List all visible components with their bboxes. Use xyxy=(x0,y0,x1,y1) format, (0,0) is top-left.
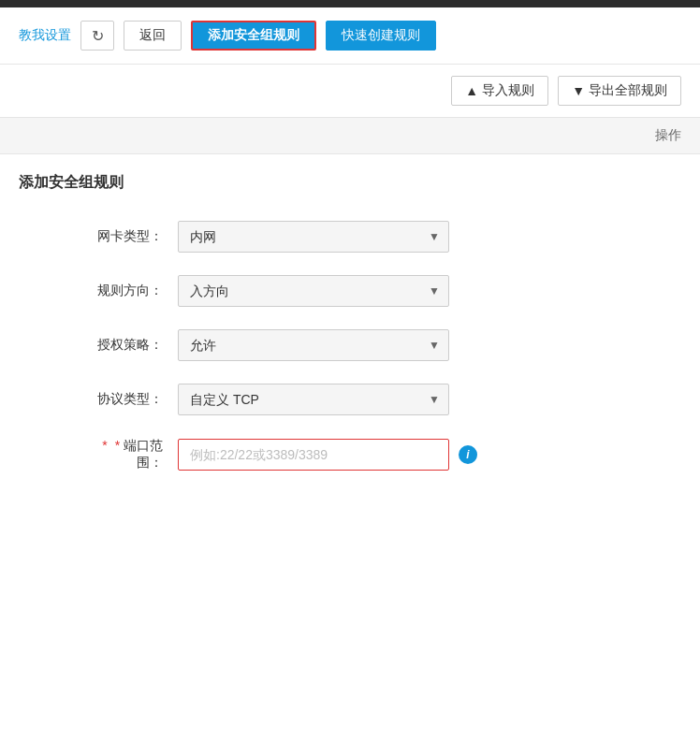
direction-select-wrapper: 入方向 出方向 ▼ xyxy=(178,275,449,307)
nic-type-row: 网卡类型： 内网 公网 ▼ xyxy=(19,221,681,253)
protocol-label: 协议类型： xyxy=(94,391,178,408)
table-header: 操作 xyxy=(0,117,700,154)
policy-row: 授权策略： 允许 拒绝 ▼ xyxy=(19,329,681,361)
policy-select-wrapper: 允许 拒绝 ▼ xyxy=(178,329,449,361)
protocol-select[interactable]: 自定义 TCP 自定义 UDP ALL ICMP xyxy=(178,384,449,415)
top-bar xyxy=(0,0,700,7)
refresh-icon: ↻ xyxy=(92,27,104,45)
form-section: 添加安全组规则 网卡类型： 内网 公网 ▼ 规则方向： 入方向 出方向 ▼ 授权… xyxy=(0,154,700,513)
protocol-row: 协议类型： 自定义 TCP 自定义 UDP ALL ICMP ▼ xyxy=(19,384,681,415)
protocol-select-wrapper: 自定义 TCP 自定义 UDP ALL ICMP ▼ xyxy=(178,384,449,415)
export-rules-button[interactable]: ▼ 导出全部规则 xyxy=(558,76,681,106)
port-range-row: * 端口范围： i xyxy=(19,438,681,471)
policy-select[interactable]: 允许 拒绝 xyxy=(178,329,449,361)
required-star: * xyxy=(115,438,120,453)
port-range-input[interactable] xyxy=(178,439,449,471)
action-bar: ▲ 导入规则 ▼ 导出全部规则 xyxy=(0,65,700,117)
nic-type-label: 网卡类型： xyxy=(94,228,178,245)
return-button[interactable]: 返回 xyxy=(124,21,182,51)
policy-label: 授权策略： xyxy=(94,337,178,354)
nic-type-select-wrapper: 内网 公网 ▼ xyxy=(178,221,449,253)
port-range-label: * 端口范围： xyxy=(94,438,178,471)
help-link[interactable]: 教我设置 xyxy=(19,27,71,44)
form-title: 添加安全组规则 xyxy=(19,173,681,193)
add-rule-button[interactable]: 添加安全组规则 xyxy=(191,21,316,51)
operation-column-header: 操作 xyxy=(655,127,681,144)
port-info-icon[interactable]: i xyxy=(459,445,477,464)
direction-row: 规则方向： 入方向 出方向 ▼ xyxy=(19,275,681,307)
direction-label: 规则方向： xyxy=(94,283,178,299)
toolbar: 教我设置 ↻ 返回 添加安全组规则 快速创建规则 xyxy=(0,7,700,65)
import-icon: ▲ xyxy=(465,83,478,98)
nic-type-select[interactable]: 内网 公网 xyxy=(178,221,449,253)
refresh-button[interactable]: ↻ xyxy=(80,21,114,51)
direction-select[interactable]: 入方向 出方向 xyxy=(178,275,449,307)
export-icon: ▼ xyxy=(572,83,585,98)
quick-create-button[interactable]: 快速创建规则 xyxy=(326,21,436,51)
import-rules-button[interactable]: ▲ 导入规则 xyxy=(451,76,548,106)
